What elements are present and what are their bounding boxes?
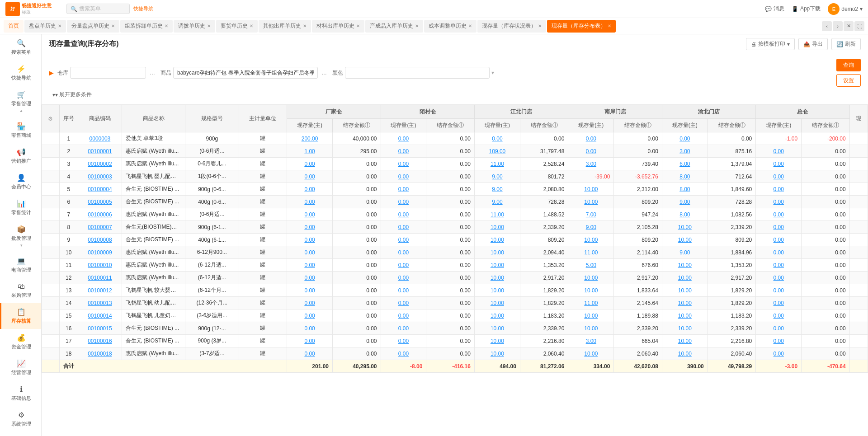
cell-na-qty[interactable]: 3.00	[568, 335, 614, 347]
close-icon[interactable]: ✕	[58, 23, 61, 28]
nav-close-all[interactable]: ✕	[844, 21, 854, 31]
cell-yb-qty[interactable]: 9.00	[662, 196, 708, 208]
cell-m-qty[interactable]: 0.00	[381, 196, 426, 208]
cell-code[interactable]: 00100018	[78, 347, 122, 360]
cell-f-qty[interactable]: 0.00	[287, 284, 333, 297]
cell-na-qty[interactable]: 10.00	[568, 347, 614, 360]
tab-material-out[interactable]: 材料出库单历史 ✕	[312, 20, 364, 33]
cell-f-qty[interactable]: 0.00	[287, 335, 333, 347]
tab-other-out[interactable]: 其他出库单历史 ✕	[259, 20, 311, 33]
cell-na-qty[interactable]: 9.00	[568, 221, 614, 234]
cell-m-qty[interactable]: 0.00	[381, 284, 426, 297]
tab-sub-inventory[interactable]: 分量盘点单历史 ✕	[67, 20, 119, 33]
cell-yb-qty[interactable]: 0.00	[662, 132, 708, 145]
close-icon[interactable]: ✕	[415, 23, 419, 28]
cell-total-qty[interactable]: 0.00	[756, 221, 802, 234]
sidebar-item-retail-mgmt[interactable]: 🛒 零售管理 ▲	[0, 86, 41, 117]
cell-m-qty[interactable]: 0.00	[381, 322, 426, 335]
setting-btn[interactable]: 设置	[836, 74, 861, 87]
tab-product-in[interactable]: 产成品入库单历史 ✕	[365, 20, 423, 33]
cell-m-qty[interactable]: 0.00	[381, 234, 426, 246]
expand-btn[interactable]: ▾▾ 展开更多条件	[49, 89, 95, 100]
cell-na-qty[interactable]: 3.00	[568, 158, 614, 170]
cell-total-qty[interactable]: 0.00	[756, 170, 802, 183]
cell-na-qty[interactable]: 10.00	[568, 322, 614, 335]
cell-f-qty[interactable]: 0.00	[287, 246, 333, 259]
cell-f-qty[interactable]: 0.00	[287, 208, 333, 221]
cell-na-qty[interactable]: 0.00	[568, 132, 614, 145]
refresh-btn[interactable]: 🔄 刷新	[831, 38, 861, 50]
cell-yb-qty[interactable]: 10.00	[662, 297, 708, 309]
tab-transfer[interactable]: 调拨单历史 ✕	[174, 20, 215, 33]
cell-jb-qty[interactable]: 10.00	[474, 284, 520, 297]
cell-m-qty[interactable]: 0.00	[381, 158, 426, 170]
cell-yb-qty[interactable]: 3.00	[662, 145, 708, 158]
cell-code[interactable]: 00100011	[78, 272, 122, 284]
cell-total-qty[interactable]: 0.00	[756, 309, 802, 322]
close-icon[interactable]: ✕	[207, 23, 211, 28]
cell-jb-qty[interactable]: 10.00	[474, 272, 520, 284]
cell-yb-qty[interactable]: 10.00	[662, 309, 708, 322]
cell-m-qty[interactable]: 0.00	[381, 272, 426, 284]
nav-prev[interactable]: ‹	[822, 21, 832, 31]
cell-m-qty[interactable]: 0.00	[381, 297, 426, 309]
warehouse-input[interactable]	[70, 67, 146, 79]
cell-code[interactable]: 00100001	[78, 145, 122, 158]
cell-jb-qty[interactable]: 9.00	[474, 170, 520, 183]
cell-f-qty[interactable]: 0.00	[287, 272, 333, 284]
cell-jb-qty[interactable]: 10.00	[474, 259, 520, 272]
cell-code[interactable]: 00100005	[78, 196, 122, 208]
cell-yb-qty[interactable]: 8.00	[662, 208, 708, 221]
cell-f-qty[interactable]: 0.00	[287, 234, 333, 246]
close-icon[interactable]: ✕	[608, 23, 611, 28]
sidebar-item-finance[interactable]: 💰 资金管理	[0, 329, 41, 355]
cell-yb-qty[interactable]: 8.00	[662, 170, 708, 183]
cell-code[interactable]: 00100006	[78, 208, 122, 221]
sidebar-item-search[interactable]: 🔍 搜索英单	[0, 34, 41, 60]
sidebar-item-marketing[interactable]: 📢 营销推广	[0, 143, 41, 169]
cell-jb-qty[interactable]: 9.00	[474, 183, 520, 196]
cell-code[interactable]: 00100013	[78, 297, 122, 309]
cell-total-qty[interactable]: 0.00	[756, 259, 802, 272]
cell-na-qty[interactable]: 5.00	[568, 259, 614, 272]
message-btn[interactable]: 💬 消息	[765, 5, 784, 13]
cell-na-qty[interactable]: 10.00	[568, 284, 614, 297]
cell-jb-qty[interactable]: 10.00	[474, 234, 520, 246]
sidebar-item-retail-shop[interactable]: 🏪 零售商城	[0, 117, 41, 143]
close-icon[interactable]: ✕	[250, 23, 253, 28]
color-input[interactable]	[345, 67, 490, 79]
cell-na-qty[interactable]: 10.00	[568, 309, 614, 322]
cell-code[interactable]: 00100015	[78, 322, 122, 335]
search-bar[interactable]: 🔍 搜索英单	[66, 4, 130, 14]
cell-total-qty[interactable]: 0.00	[756, 208, 802, 221]
cell-jb-qty[interactable]: 10.00	[474, 246, 520, 259]
cell-yb-qty[interactable]: 10.00	[662, 234, 708, 246]
cell-total-qty[interactable]: 0.00	[756, 335, 802, 347]
cell-jb-qty[interactable]: 10.00	[474, 221, 520, 234]
cell-na-qty[interactable]: 10.00	[568, 183, 614, 196]
nav-expand[interactable]: ⛶	[854, 21, 864, 31]
cell-f-qty[interactable]: 0.00	[287, 259, 333, 272]
cell-code[interactable]: 00100014	[78, 309, 122, 322]
cell-jb-qty[interactable]: 0.00	[474, 132, 520, 145]
cell-jb-qty[interactable]: 9.00	[474, 196, 520, 208]
cell-total-qty[interactable]: 0.00	[756, 196, 802, 208]
cell-total-qty[interactable]: 0.00	[756, 145, 802, 158]
toggle-arrow[interactable]: ▶	[49, 69, 54, 76]
close-icon[interactable]: ✕	[165, 23, 168, 28]
cell-code[interactable]: 0000003	[78, 132, 122, 145]
cell-yb-qty[interactable]: 10.00	[662, 259, 708, 272]
sidebar-item-ecommerce[interactable]: 💻 电商管理	[0, 252, 41, 278]
cell-m-qty[interactable]: 0.00	[381, 335, 426, 347]
cell-jb-qty[interactable]: 109.00	[474, 145, 520, 158]
query-btn[interactable]: 查询	[836, 59, 861, 71]
cell-total-qty[interactable]: 0.00	[756, 246, 802, 259]
cell-yb-qty[interactable]: 10.00	[662, 221, 708, 234]
cell-na-qty[interactable]: 7.00	[568, 208, 614, 221]
cell-total-qty[interactable]: 0.00	[756, 272, 802, 284]
cell-code[interactable]: 00100009	[78, 246, 122, 259]
chevron-down-icon[interactable]: ▾	[491, 70, 494, 76]
sidebar-item-basic-info[interactable]: ℹ 基础信息	[0, 380, 41, 406]
cell-f-qty[interactable]: 0.00	[287, 158, 333, 170]
export-btn[interactable]: 📤 导出	[798, 38, 828, 50]
